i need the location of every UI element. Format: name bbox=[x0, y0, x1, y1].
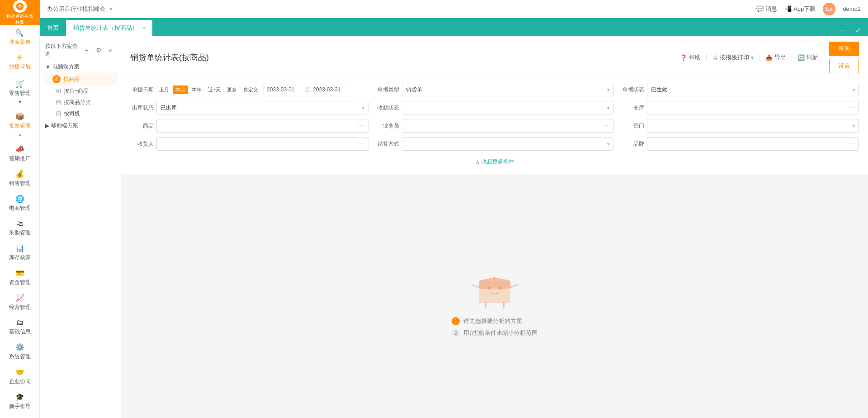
tree-group-mobile: ▶ 移动端方案 bbox=[40, 119, 121, 132]
brand-input[interactable] bbox=[647, 138, 845, 150]
payment-method-label: 结算方式 bbox=[376, 140, 399, 148]
date-tab-more[interactable]: 更多 bbox=[224, 86, 240, 94]
page-header: 销货单统计表(按商品) ❓ 帮助 🖨 按模板打印 ▾ 📤 bbox=[121, 36, 868, 77]
staff-label: 业务员 bbox=[376, 122, 399, 130]
sidebar-item-inventory[interactable]: 📊 库存核算 bbox=[0, 240, 40, 265]
collapse-icon: ∧ bbox=[476, 159, 480, 165]
sidebar-item-operations[interactable]: 📈 经营管理 bbox=[0, 290, 40, 315]
brand-dots-btn[interactable]: ··· bbox=[846, 140, 859, 148]
tab-home[interactable]: 首页 bbox=[40, 20, 66, 36]
content-area: 按以下方案查询 + ⚙ « ▼ 电脑端方案 bbox=[40, 36, 868, 418]
tab-close-btn[interactable]: × bbox=[142, 25, 145, 31]
stock-status-label: 出库状态 bbox=[130, 104, 154, 112]
sidebar-item-ecom[interactable]: 🌐 电商管理 bbox=[0, 191, 40, 216]
date-tab-last-month[interactable]: 上月 bbox=[156, 86, 172, 94]
export-btn[interactable]: 📤 导出 bbox=[765, 53, 786, 62]
sidebar-item-enterprise[interactable]: 🤝 企业协同 bbox=[0, 364, 40, 389]
doc-status-select[interactable]: 已生效 ▾ bbox=[647, 83, 859, 96]
date-from-input[interactable] bbox=[264, 83, 305, 96]
doc-type-value: 销货单 bbox=[406, 86, 422, 94]
right-content: 销货单统计表(按商品) ❓ 帮助 🖨 按模板打印 ▾ 📤 bbox=[121, 36, 868, 418]
sidebar-item-retail[interactable]: 🛒 零售管理 ▾ bbox=[0, 76, 40, 109]
help-btn[interactable]: ❓ 帮助 bbox=[680, 53, 701, 62]
sidebar-item-finance[interactable]: 💳 资金管理 bbox=[0, 265, 40, 290]
sidebar-item-appstore[interactable]: 📱 应用中心 bbox=[0, 414, 40, 418]
print-btn[interactable]: 🖨 按模板打印 ▾ bbox=[712, 53, 754, 62]
app-logo[interactable]: 畅捷通好生意 标账 bbox=[0, 0, 40, 25]
empty-tip-1: 1 请先选择要分析的方案 bbox=[452, 317, 537, 325]
dept-label: 部门 bbox=[621, 122, 644, 130]
svg-line-9 bbox=[510, 285, 517, 287]
print-dropdown-icon[interactable]: ▾ bbox=[751, 54, 754, 61]
filter-doc-type: 单据类型 销货单 ▾ bbox=[376, 83, 614, 96]
set-button[interactable]: 设置 bbox=[829, 59, 859, 73]
doc-status-value: 已生效 bbox=[651, 86, 667, 94]
dept-select[interactable]: ▾ bbox=[647, 119, 859, 133]
collapse-filter-btn[interactable]: ∧ 收起更多条件 bbox=[130, 155, 859, 168]
pc-group-label: 电脑端方案 bbox=[52, 63, 80, 71]
date-tab-custom[interactable]: 自定义 bbox=[241, 86, 261, 94]
operations-icon: 📈 bbox=[15, 294, 24, 302]
sidebar-item-wholesale[interactable]: 📦 批发管理 ▴ bbox=[0, 109, 40, 141]
product-input[interactable] bbox=[157, 119, 355, 132]
receiver-label: 收货人 bbox=[130, 140, 154, 148]
product-dots-btn[interactable]: ··· bbox=[355, 122, 368, 130]
settings-scheme-btn[interactable]: ⚙ bbox=[94, 45, 104, 55]
message-btn[interactable]: 💬 消息 bbox=[756, 5, 777, 13]
warehouse-dots-btn[interactable]: ··· bbox=[846, 104, 859, 112]
staff-input[interactable] bbox=[402, 119, 600, 132]
svg-point-4 bbox=[487, 287, 490, 290]
user-avatar[interactable]: Ea bbox=[823, 3, 835, 15]
tree-item-by-month-product[interactable]: 图 按月+商品 bbox=[43, 86, 117, 97]
sidebar-quick-nav[interactable]: ⚡ 快捷导航 bbox=[0, 50, 40, 74]
warehouse-input[interactable] bbox=[647, 101, 845, 114]
add-scheme-btn[interactable]: + bbox=[82, 45, 92, 55]
tab-active[interactable]: 销货单统计表（按商品） × bbox=[66, 20, 152, 36]
receiver-input[interactable] bbox=[157, 138, 355, 150]
filter-brand: 品牌 ··· bbox=[621, 137, 859, 151]
tabs-bar: 首页 销货单统计表（按商品） × — ⤢ bbox=[40, 18, 868, 36]
sidebar-item-purchase[interactable]: 🛍 采购管理 bbox=[0, 216, 40, 240]
receiver-dots-btn[interactable]: ··· bbox=[355, 140, 368, 148]
sub-icon-1: 图 bbox=[56, 88, 61, 95]
tree-item-by-product[interactable]: 按 按商品 bbox=[43, 73, 117, 86]
staff-dots-btn[interactable]: ··· bbox=[600, 122, 613, 130]
filter-row-4: 收货人 ··· 结算方式 ▾ 品牌 bbox=[130, 137, 859, 151]
tree-group-pc-header[interactable]: ▼ 电脑端方案 bbox=[43, 61, 117, 73]
date-tab-7days[interactable]: 近7天 bbox=[205, 86, 223, 94]
filter-dept: 部门 ▾ bbox=[621, 119, 859, 133]
purchase-icon: 🛍 bbox=[16, 219, 24, 228]
empty-state: 1 请先选择要分析的方案 2 用[过滤]条件来缩小分析范围 bbox=[121, 174, 868, 418]
date-tab-this-month[interactable]: 本月 bbox=[173, 86, 188, 94]
tab-maximize-btn[interactable]: ⤢ bbox=[852, 24, 864, 36]
tree-group-mobile-header[interactable]: ▶ 移动端方案 bbox=[43, 119, 117, 132]
dropdown-icon[interactable]: ▾ bbox=[109, 5, 113, 12]
app-download-btn[interactable]: 📲 App下载 bbox=[784, 5, 816, 13]
header-right: 💬 消息 📲 App下载 Ea demo2 bbox=[756, 3, 861, 15]
collapse-panel-btn[interactable]: « bbox=[105, 45, 115, 55]
date-to-input[interactable] bbox=[310, 83, 351, 96]
sidebar-item-sales[interactable]: 💰 销售管理 bbox=[0, 166, 40, 191]
sidebar-item-basics[interactable]: 🗂 基础信息 bbox=[0, 315, 40, 339]
sidebar-item-system[interactable]: ⚙️ 系统管理 bbox=[0, 339, 40, 364]
date-tab-this-year[interactable]: 本年 bbox=[189, 86, 204, 94]
dept-arrow: ▾ bbox=[853, 124, 855, 128]
tab-minimize-btn[interactable]: — bbox=[835, 24, 848, 36]
payment-status-select[interactable]: ▾ bbox=[402, 101, 614, 114]
doc-type-select[interactable]: 销货单 ▾ bbox=[402, 83, 614, 96]
download-icon: 📲 bbox=[784, 5, 792, 12]
brand-input-group: ··· bbox=[647, 137, 859, 151]
page-title: 销货单统计表(按商品) bbox=[130, 52, 209, 63]
guide-icon: 🎓 bbox=[15, 393, 24, 401]
tree-item-by-cashier[interactable]: 回 按司机 bbox=[43, 108, 117, 119]
sidebar-item-marketing[interactable]: 📣 营销推广 bbox=[0, 141, 40, 166]
stock-status-select[interactable]: 已出库 ▾ bbox=[156, 101, 368, 114]
payment-method-select[interactable]: ▾ bbox=[402, 137, 614, 151]
tree-item-by-category[interactable]: 回 按商品分类 bbox=[43, 97, 117, 108]
receiver-input-group: ··· bbox=[156, 137, 368, 151]
refresh-btn[interactable]: 🔄 刷新 bbox=[797, 53, 818, 62]
sidebar-item-guide[interactable]: 🎓 新手引导 bbox=[0, 389, 40, 414]
query-button[interactable]: 查询 bbox=[829, 42, 859, 56]
finance-icon: 💳 bbox=[15, 269, 24, 277]
sidebar-search[interactable]: 🔍 搜索菜单 bbox=[0, 25, 40, 50]
